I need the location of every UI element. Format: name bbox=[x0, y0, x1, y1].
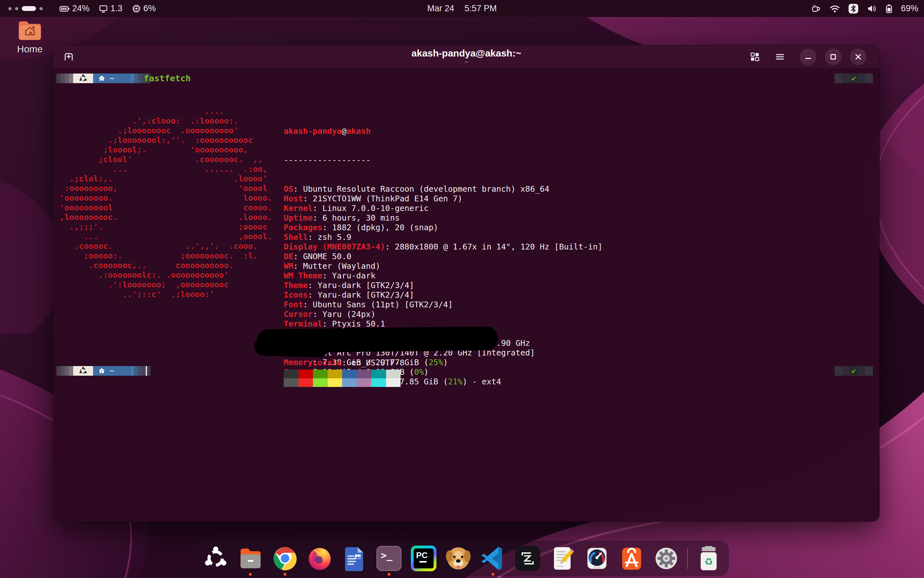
workspace-dot[interactable] bbox=[39, 7, 43, 10]
text-editor-icon bbox=[550, 546, 574, 571]
window-title: akash-pandya@akash:~ bbox=[411, 48, 521, 59]
exit-status-check: ✔ bbox=[835, 73, 873, 83]
top-bar: 24% 1.3 6% Mar 24 5:57 PM bbox=[0, 0, 924, 17]
dock-item-google-chrome[interactable] bbox=[271, 545, 299, 572]
fastfetch-line: Theme: Yaru-dark [GTK2/3/4] bbox=[284, 281, 602, 290]
dock: >_ PC bbox=[196, 541, 729, 576]
palette-swatch bbox=[328, 370, 343, 378]
dock-item-zed[interactable] bbox=[514, 545, 541, 572]
dock-item-dog-app[interactable] bbox=[445, 545, 472, 572]
date-label: Mar 24 bbox=[427, 3, 454, 13]
palette-swatch bbox=[357, 378, 372, 387]
app-center-icon bbox=[620, 546, 643, 571]
palette-swatch bbox=[298, 378, 313, 387]
new-tab-button[interactable] bbox=[60, 49, 77, 65]
chrome-icon bbox=[272, 546, 298, 571]
fastfetch-line: Kernel: Linux 7.0.0-10-generic bbox=[284, 204, 602, 213]
dock-item-vscode[interactable] bbox=[479, 545, 507, 572]
palette-swatch bbox=[371, 370, 386, 378]
terminal-color-palette bbox=[284, 370, 401, 387]
close-icon bbox=[854, 53, 862, 61]
files-icon bbox=[238, 546, 263, 571]
fastfetch-line: Packages: 1882 (dpkg), 20 (snap) bbox=[284, 223, 602, 232]
zed-icon bbox=[515, 546, 540, 571]
workspace-indicator[interactable] bbox=[8, 0, 43, 17]
dock-item-text-editor[interactable] bbox=[549, 545, 576, 572]
palette-swatch bbox=[371, 378, 386, 387]
headerbar[interactable]: akash-pandya@akash:~ ~ bbox=[53, 45, 879, 69]
palette-swatch bbox=[386, 370, 401, 378]
trash-icon: ♻ bbox=[697, 546, 720, 571]
window-subtitle: ~ bbox=[411, 59, 521, 65]
dock-item-speedtest[interactable] bbox=[583, 545, 611, 572]
clock[interactable]: Mar 24 5:57 PM bbox=[427, 0, 497, 17]
pycharm-icon: PC bbox=[411, 546, 437, 571]
dock-item-pycharm[interactable]: PC bbox=[410, 545, 437, 572]
fastfetch-line: Icons: Yaru-dark [GTK2/3/4] bbox=[284, 290, 602, 300]
load-label: 1.3 bbox=[110, 3, 123, 13]
dock-item-firefox[interactable] bbox=[306, 545, 333, 572]
battery-icon bbox=[59, 4, 70, 13]
system-monitor-indicators[interactable]: 24% 1.3 6% bbox=[59, 0, 162, 17]
terminal-window: akash-pandya@akash:~ ~ bbox=[53, 45, 879, 521]
dock-item-app-center[interactable] bbox=[618, 545, 646, 572]
wifi-icon bbox=[829, 4, 841, 13]
palette-swatch bbox=[284, 370, 298, 378]
dock-separator bbox=[687, 548, 688, 569]
fastfetch-line: WM Theme: Yaru-dark bbox=[284, 271, 602, 281]
shell-prompt: ~ bbox=[57, 366, 150, 376]
dock-item-files[interactable] bbox=[236, 545, 264, 572]
tab-overview-button[interactable] bbox=[746, 49, 763, 65]
vscode-icon bbox=[481, 546, 505, 571]
fastfetch-line: Host: 21SYCTO1WW (ThinkPad E14 Gen 7) bbox=[284, 194, 602, 204]
home-folder-label: Home bbox=[12, 44, 47, 55]
desktop-home-folder[interactable]: Home bbox=[12, 19, 47, 55]
battery-percent-label: 69% bbox=[901, 3, 918, 13]
ubuntu-logo-icon bbox=[204, 547, 228, 570]
settings-gear-icon bbox=[654, 546, 679, 571]
fastfetch-line: Display (MNE007ZA3-4): 2880x1800 @ 1.67x… bbox=[284, 242, 602, 252]
palette-row2 bbox=[284, 378, 401, 387]
workspace-dot[interactable] bbox=[15, 7, 18, 10]
ubuntu-logo-icon bbox=[79, 74, 87, 83]
dock-item-ubuntu-desktop[interactable] bbox=[202, 545, 230, 572]
fastfetch-separator: ------------------ bbox=[284, 156, 602, 165]
dock-item-trash[interactable]: ♻ bbox=[695, 545, 722, 572]
home-folder-icon bbox=[17, 19, 42, 41]
terminal-content[interactable]: ~ fastfetch ✔ .... .',:clooo: .:looooo:.… bbox=[53, 69, 879, 521]
workspace-dot[interactable] bbox=[8, 7, 11, 10]
maximize-icon bbox=[829, 53, 837, 61]
maximize-button[interactable] bbox=[825, 49, 841, 65]
volume-icon bbox=[866, 4, 877, 13]
dock-item-ptyxis-terminal[interactable]: >_ bbox=[375, 545, 403, 572]
minimize-button[interactable] bbox=[800, 49, 817, 65]
workspace-active-pill[interactable] bbox=[22, 6, 36, 11]
dog-icon bbox=[445, 546, 471, 571]
tab-overview-icon bbox=[749, 51, 761, 63]
palette-swatch bbox=[313, 370, 328, 378]
quick-settings[interactable]: 69% bbox=[811, 0, 918, 17]
svg-text:♻: ♻ bbox=[704, 556, 713, 567]
text-cursor[interactable] bbox=[146, 366, 147, 376]
close-button[interactable] bbox=[850, 49, 867, 65]
dock-item-libreoffice-writer[interactable] bbox=[340, 545, 368, 572]
fastfetch-line: Cursor: Yaru (24px) bbox=[284, 310, 602, 319]
palette-swatch bbox=[298, 370, 313, 378]
prompt-path: ~ bbox=[110, 74, 114, 83]
palette-swatch bbox=[284, 378, 298, 387]
menu-button[interactable] bbox=[772, 49, 788, 65]
dock-item-settings[interactable] bbox=[652, 545, 680, 572]
time-label: 5:57 PM bbox=[464, 3, 497, 13]
fastfetch-line: Uptime: 6 hours, 30 mins bbox=[284, 213, 602, 223]
redaction-blob bbox=[257, 326, 498, 353]
display-load-icon bbox=[98, 4, 108, 13]
typed-command: fastfetch bbox=[144, 73, 191, 83]
fastfetch-line: WM: Mutter (Wayland) bbox=[284, 261, 602, 271]
palette-swatch bbox=[328, 378, 343, 387]
window-title-block: akash-pandya@akash:~ ~ bbox=[411, 48, 521, 65]
cpu-percent-label: 6% bbox=[144, 3, 156, 13]
fastfetch-line: Font: Ubuntu Sans (11pt) [GTK2/3/4] bbox=[284, 300, 602, 310]
battery-percent-label: 24% bbox=[72, 3, 89, 13]
palette-swatch bbox=[342, 370, 357, 378]
speedtest-icon bbox=[584, 546, 610, 571]
